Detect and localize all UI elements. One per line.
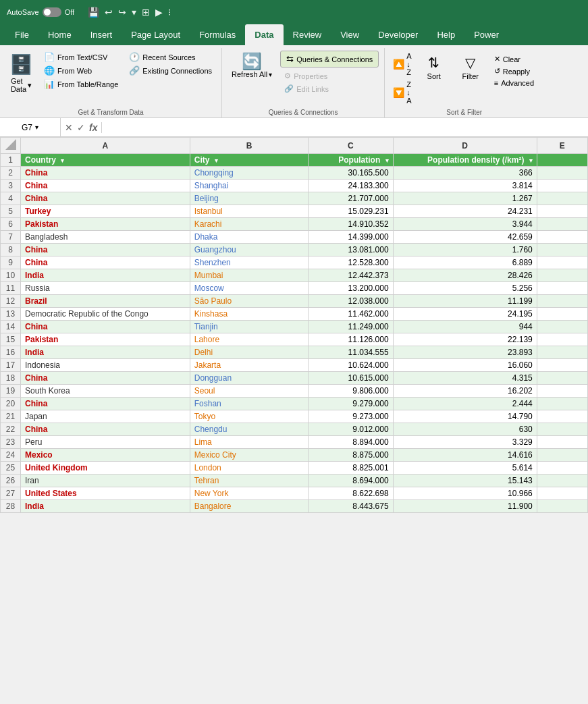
cell-city-22[interactable]: Chengdu — [190, 423, 309, 436]
cell-country-6[interactable]: Pakistan — [21, 218, 190, 231]
cell-density-8[interactable]: 1.760 — [393, 244, 537, 256]
tab-help[interactable]: Help — [427, 24, 464, 45]
cell-city-25[interactable]: London — [190, 462, 309, 475]
cell-density-17[interactable]: 16.060 — [393, 359, 537, 372]
cell-city-11[interactable]: Moscow — [190, 282, 309, 295]
cell-country-14[interactable]: China — [21, 321, 190, 333]
cell-city-23[interactable]: Lima — [190, 436, 309, 449]
cell-country-12[interactable]: Brazil — [21, 295, 190, 308]
cell-density-26[interactable]: 15.143 — [393, 475, 537, 487]
cell-population-11[interactable]: 13.200.000 — [309, 282, 393, 295]
cell-population-24[interactable]: 8.875.000 — [309, 449, 393, 462]
cell-density-11[interactable]: 5.256 — [393, 282, 537, 295]
cell-city-13[interactable]: Kinshasa — [190, 308, 309, 321]
cell-density-21[interactable]: 14.790 — [393, 410, 537, 423]
cell-population-13[interactable]: 11.462.000 — [309, 308, 393, 321]
cell-population-18[interactable]: 10.615.000 — [309, 372, 393, 385]
cell-population-15[interactable]: 11.126.000 — [309, 333, 393, 346]
filter-button[interactable]: ▽ Filter — [454, 52, 487, 83]
cell-population-7[interactable]: 14.399.000 — [309, 231, 393, 244]
cell-country-15[interactable]: Pakistan — [21, 333, 190, 346]
cell-country-17[interactable]: Indonesia — [21, 359, 190, 372]
more-icon[interactable]: ⁝ — [168, 7, 171, 18]
cell-density-28[interactable]: 11.900 — [393, 500, 537, 513]
get-data-button[interactable]: 🗄️ GetData ▾ — [5, 51, 37, 96]
cell-density-22[interactable]: 630 — [393, 423, 537, 436]
cell-density-24[interactable]: 14.616 — [393, 449, 537, 462]
cell-city-16[interactable]: Delhi — [190, 346, 309, 359]
cell-population-10[interactable]: 12.442.373 — [309, 269, 393, 282]
tab-developer[interactable]: Developer — [369, 24, 427, 45]
cell-city-24[interactable]: Mexico City — [190, 449, 309, 462]
cell-population-26[interactable]: 8.694.000 — [309, 475, 393, 487]
cell-country-11[interactable]: Russia — [21, 282, 190, 295]
cell-population-21[interactable]: 9.273.000 — [309, 410, 393, 423]
autosave-toggle[interactable] — [43, 7, 61, 17]
name-box[interactable]: G7 ▾ — [0, 118, 61, 136]
cell-population-20[interactable]: 9.279.000 — [309, 398, 393, 410]
cell-country-8[interactable]: China — [21, 244, 190, 256]
cell-country-10[interactable]: India — [21, 269, 190, 282]
existing-connections-button[interactable]: 🔗 Existing Connections — [125, 64, 216, 77]
cell-country-22[interactable]: China — [21, 423, 190, 436]
col-header-b[interactable]: B — [190, 138, 309, 154]
cell-country-27[interactable]: United States — [21, 487, 190, 500]
advanced-button[interactable]: ≡ Advanced — [490, 78, 538, 88]
undo-icon[interactable]: ↩ — [105, 7, 113, 18]
tab-home[interactable]: Home — [38, 24, 81, 45]
cell-city-5[interactable]: Istanbul — [190, 205, 309, 218]
cell-population-14[interactable]: 11.249.000 — [309, 321, 393, 333]
cell-density-16[interactable]: 23.893 — [393, 346, 537, 359]
cell-density-6[interactable]: 3.944 — [393, 218, 537, 231]
cell-country-16[interactable]: India — [21, 346, 190, 359]
tab-formulas[interactable]: Formulas — [190, 24, 245, 45]
cell-density-27[interactable]: 10.966 — [393, 487, 537, 500]
cell-country-5[interactable]: Turkey — [21, 205, 190, 218]
tab-page-layout[interactable]: Page Layout — [122, 24, 190, 45]
autosave-control[interactable]: AutoSave Off — [7, 7, 74, 17]
cell-city-9[interactable]: Shenzhen — [190, 256, 309, 269]
cell-population-16[interactable]: 11.034.555 — [309, 346, 393, 359]
cell-city-18[interactable]: Dongguan — [190, 372, 309, 385]
cell-density-23[interactable]: 3.329 — [393, 436, 537, 449]
cell-city-7[interactable]: Dhaka — [190, 231, 309, 244]
queries-connections-button[interactable]: ⇆ Queries & Connections — [280, 51, 379, 67]
cell-city-27[interactable]: New York — [190, 487, 309, 500]
cell-country-20[interactable]: China — [21, 398, 190, 410]
from-table-range-button[interactable]: 📊 From Table/Range — [40, 78, 122, 90]
cell-density-5[interactable]: 24.231 — [393, 205, 537, 218]
cell-city-10[interactable]: Mumbai — [190, 269, 309, 282]
cell-city-19[interactable]: Seoul — [190, 385, 309, 398]
formula-input[interactable] — [102, 123, 588, 132]
cell-density-7[interactable]: 42.659 — [393, 231, 537, 244]
save-icon[interactable]: 💾 — [88, 7, 99, 18]
cell-country-26[interactable]: Iran — [21, 475, 190, 487]
cell-population-12[interactable]: 12.038.000 — [309, 295, 393, 308]
cell-density-25[interactable]: 5.614 — [393, 462, 537, 475]
cell-country-24[interactable]: Mexico — [21, 449, 190, 462]
cancel-formula-icon[interactable]: ✕ — [65, 122, 73, 133]
cell-density-10[interactable]: 28.426 — [393, 269, 537, 282]
cell-country-9[interactable]: China — [21, 256, 190, 269]
clear-button[interactable]: ✕ Clear — [490, 53, 538, 65]
sort-button[interactable]: ⇅ Sort — [417, 52, 451, 83]
cell-population-6[interactable]: 14.910.352 — [309, 218, 393, 231]
cell-density-13[interactable]: 24.195 — [393, 308, 537, 321]
cell-population-25[interactable]: 8.825.001 — [309, 462, 393, 475]
cell-country-4[interactable]: China — [21, 192, 190, 205]
cell-population-9[interactable]: 12.528.300 — [309, 256, 393, 269]
cell-population-19[interactable]: 9.806.000 — [309, 385, 393, 398]
cell-country-19[interactable]: South Korea — [21, 385, 190, 398]
cell-country-23[interactable]: Peru — [21, 436, 190, 449]
from-web-button[interactable]: 🌐 From Web — [40, 64, 122, 77]
col-c-header[interactable]: Population ▾ — [309, 154, 393, 167]
col-header-c[interactable]: C — [309, 138, 393, 154]
tab-insert[interactable]: Insert — [81, 24, 122, 45]
form-control-icon[interactable]: ⊞ — [142, 7, 150, 18]
cell-density-20[interactable]: 2.444 — [393, 398, 537, 410]
cell-city-12[interactable]: São Paulo — [190, 295, 309, 308]
macro-icon[interactable]: ▶ — [155, 7, 163, 18]
cell-country-21[interactable]: Japan — [21, 410, 190, 423]
tab-file[interactable]: File — [5, 24, 38, 45]
tab-review[interactable]: Review — [284, 24, 331, 45]
